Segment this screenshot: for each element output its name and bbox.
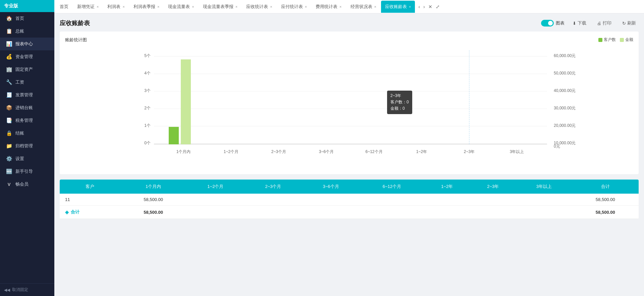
salary-icon: 🔧 [6,79,12,85]
print-button[interactable]: 🖨 打印 [594,19,614,28]
total-3plus [516,206,572,219]
svg-text:3个: 3个 [144,88,151,93]
sidebar-item-salary[interactable]: 🔧 工资 [0,76,54,89]
download-button[interactable]: ⬇ 下载 [570,19,589,28]
tab-close-business-stat[interactable]: × [374,5,376,9]
svg-text:1个: 1个 [144,123,151,128]
sidebar-item-assets[interactable]: 🏢 固定资产 [0,63,54,76]
tab-prev-button[interactable]: ‹ [417,3,421,10]
tab-home[interactable]: 首页 [56,1,72,13]
chart-svg: 5个 4个 3个 2个 1个 0个 60,000.00元 50,000.00元 … [65,47,633,168]
tab-aging[interactable]: 应收账龄表 × [381,1,415,13]
svg-text:60,000.00元: 60,000.00元 [554,53,576,58]
sidebar-item-funds[interactable]: 💰 资金管理 [0,50,54,63]
total-23yr [470,206,516,219]
svg-text:2~3年: 2~3年 [464,149,475,154]
sidebar-item-sales[interactable]: 📦 进销台账 [0,101,54,114]
tab-close-receivable-stat[interactable]: × [270,5,272,9]
sidebar-item-ledger[interactable]: 📋 总账 [0,25,54,38]
total-12yr [424,206,470,219]
main-content: 首页 新增凭证 × 利润表 × 利润表季报 × 现金流量表 × 现金流量表季报 … [54,0,644,296]
tab-profit[interactable]: 利润表 × [103,1,128,13]
tab-close-voucher[interactable]: × [97,5,99,9]
svg-text:2~3个月: 2~3个月 [271,149,286,154]
tab-close-profit[interactable]: × [122,5,124,9]
tab-close-payable-stat[interactable]: × [305,5,307,9]
col-1mo: 1个月内 [120,180,186,194]
sidebar-item-settings[interactable]: ⚙️ 设置 [0,152,54,165]
refresh-button[interactable]: ↻ 刷新 [620,19,639,28]
sidebar-item-tax[interactable]: 📑 税务管理 [0,114,54,127]
total-612mo [360,206,424,219]
tab-close-aging[interactable]: × [409,5,411,9]
close-account-icon: 🔒 [6,130,12,136]
sidebar-item-home[interactable]: 🏠 首页 [0,12,54,25]
svg-text:4个: 4个 [144,71,151,76]
chart-legend: 客户数 金额 [598,37,633,43]
total-23mo [244,206,302,219]
sidebar-item-reports[interactable]: 📊 报表中心 [0,38,54,50]
sidebar-item-vip[interactable]: V 畅会员 [0,178,54,191]
chart-toggle[interactable] [541,20,554,27]
cell-36mo [302,194,360,206]
tab-maximize-button[interactable]: ⤢ [434,3,441,10]
tab-receivable-stat[interactable]: 应收统计表 × [242,1,276,13]
tab-cashflow[interactable]: 现金流量表 × [164,1,198,13]
tab-close-profit-quarterly[interactable]: × [157,5,159,9]
cell-612mo [360,194,424,206]
table-body: 11 58,500.00 58,500.00 ◈ 合计 5 [60,194,639,219]
tax-icon: 📑 [6,117,12,124]
vip-icon: V [6,182,12,187]
svg-text:1~2个月: 1~2个月 [224,149,238,154]
tab-next-button[interactable]: › [422,3,426,10]
sidebar-item-close[interactable]: 🔒 结账 [0,127,54,140]
funds-icon: 💰 [6,54,12,60]
col-12mo: 1~2个月 [186,180,244,194]
svg-text:2个: 2个 [144,106,151,110]
svg-text:3~6个月: 3~6个月 [319,149,334,154]
total-36mo [302,206,360,219]
svg-text:6~12个月: 6~12个月 [365,149,382,154]
col-23mo: 2~3个月 [244,180,302,194]
svg-text:3年以上: 3年以上 [510,149,524,154]
tab-profit-quarterly[interactable]: 利润表季报 × [129,1,163,13]
sidebar-item-guide[interactable]: 🆕 新手引导 [0,165,54,178]
page-actions: 图表 ⬇ 下载 🖨 打印 ↻ 刷新 [541,19,639,28]
cell-23yr [470,194,516,206]
tab-close-cashflow-quarterly[interactable]: × [235,5,237,9]
sidebar-pin-toggle[interactable]: ◀◀ 取消固定 [0,283,54,296]
cell-total: 58,500.00 [572,194,639,206]
tab-close-expense-stat[interactable]: × [339,5,341,9]
tab-voucher[interactable]: 新增凭证 × [73,1,103,13]
svg-text:40,000.00元: 40,000.00元 [554,88,576,93]
tab-close-cashflow[interactable]: × [192,5,194,9]
svg-text:0元: 0元 [554,144,560,149]
total-12mo [186,206,244,219]
aging-table: 客户 1个月内 1~2个月 2~3个月 3~6个月 6~12个月 1~2年 2~… [60,180,639,219]
total-1mo: 58,500.00 [120,206,186,219]
total-total: 58,500.00 [572,206,639,219]
chart-svg-wrap: 5个 4个 3个 2个 1个 0个 60,000.00元 50,000.00元 … [65,47,633,169]
cell-12mo [186,194,244,206]
tab-cashflow-quarterly[interactable]: 现金流量表季报 × [199,1,241,13]
tab-expense-stat[interactable]: 费用统计表 × [312,1,345,13]
tab-close-all-button[interactable]: ✕ [427,3,434,10]
col-customer: 客户 [60,180,120,194]
ledger-icon: 📋 [6,28,12,34]
sidebar: 专业版 🏠 首页 📋 总账 📊 报表中心 💰 资金管理 🏢 固定资产 🔧 工资 … [0,0,54,296]
cell-3plus [516,194,572,206]
sales-icon: 📦 [6,105,12,111]
svg-text:50,000.00元: 50,000.00元 [554,71,576,76]
col-3plus: 3年以上 [516,180,572,194]
tab-payable-stat[interactable]: 应付统计表 × [277,1,311,13]
svg-text:1个月内: 1个月内 [176,149,191,154]
col-23yr: 2~3年 [470,180,516,194]
settings-icon: ⚙️ [6,156,12,162]
table-header-row: 客户 1个月内 1~2个月 2~3个月 3~6个月 6~12个月 1~2年 2~… [60,180,639,194]
sidebar-item-archive[interactable]: 📁 归档管理 [0,140,54,152]
sidebar-item-invoice[interactable]: 🧾 发票管理 [0,89,54,101]
tab-business-stat[interactable]: 经营状况表 × [346,1,380,13]
reports-icon: 📊 [6,41,12,47]
legend-customer: 客户数 [598,37,616,43]
tab-bar: 首页 新增凭证 × 利润表 × 利润表季报 × 现金流量表 × 现金流量表季报 … [54,0,644,13]
